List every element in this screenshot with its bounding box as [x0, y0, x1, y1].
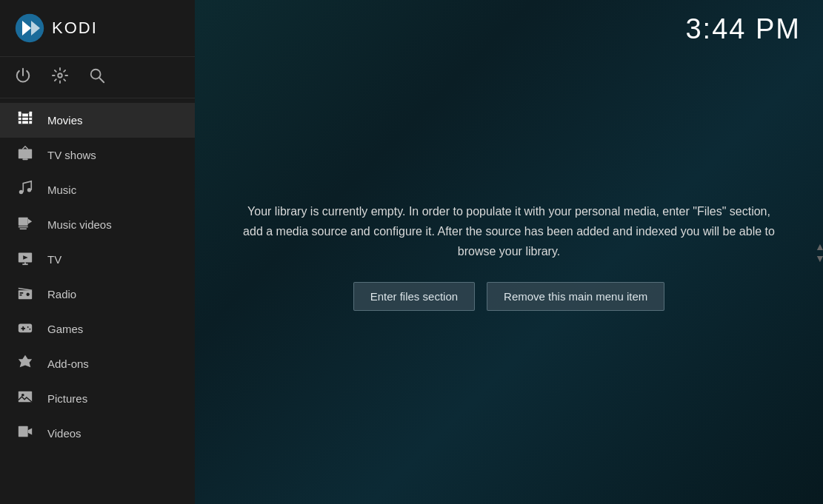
sidebar-item-music[interactable]: Music	[0, 172, 195, 207]
sidebar-item-tv-label: TV	[47, 253, 61, 266]
music-icon	[15, 180, 36, 200]
sidebar-item-addons[interactable]: Add-ons	[0, 346, 195, 381]
sidebar-item-games-label: Games	[47, 323, 83, 335]
svg-marker-38	[28, 428, 32, 434]
svg-point-36	[21, 394, 24, 397]
sidebar-item-musicvideos[interactable]: Music videos	[0, 207, 195, 242]
sidebar-item-pictures[interactable]: Pictures	[0, 381, 195, 416]
power-icon[interactable]	[15, 67, 31, 87]
svg-point-16	[27, 188, 32, 192]
sidebar-item-pictures-label: Pictures	[47, 392, 87, 405]
svg-point-33	[27, 326, 29, 328]
scroll-indicator: ▲ ▼	[817, 241, 823, 263]
search-icon[interactable]	[89, 67, 105, 87]
sidebar: KODI	[0, 0, 195, 504]
sidebar-item-tv[interactable]: TV	[0, 242, 195, 277]
svg-point-26	[26, 292, 30, 297]
svg-rect-37	[19, 426, 28, 437]
sidebar-item-games[interactable]: Games	[0, 312, 195, 346]
svg-rect-6	[19, 114, 32, 124]
svg-line-5	[99, 78, 104, 82]
livetv-icon	[15, 249, 36, 269]
button-row: Enter files section Remove this main men…	[353, 282, 665, 311]
sidebar-controls	[0, 57, 195, 98]
svg-rect-11	[19, 112, 21, 115]
sidebar-item-musicvideos-label: Music videos	[47, 218, 112, 231]
main-content: 3:44 PM Your library is currently empty.…	[195, 0, 823, 504]
svg-rect-17	[19, 218, 28, 226]
sidebar-item-radio-label: Radio	[47, 288, 76, 300]
svg-point-15	[19, 190, 24, 195]
sidebar-item-radio[interactable]: Radio	[0, 277, 195, 312]
svg-marker-18	[28, 219, 32, 224]
svg-line-27	[19, 289, 32, 291]
remove-menu-item-button[interactable]: Remove this main menu item	[487, 282, 664, 311]
sidebar-item-movies[interactable]: Movies	[0, 103, 195, 138]
sidebar-item-tvshows-label: TV shows	[47, 149, 96, 161]
clock: 3:44 PM	[685, 13, 801, 45]
svg-rect-12	[30, 112, 33, 115]
content-area: Your library is currently empty. In orde…	[195, 53, 823, 504]
svg-rect-13	[19, 149, 32, 159]
svg-point-3	[58, 73, 62, 78]
sidebar-item-tvshows[interactable]: TV shows	[0, 138, 195, 172]
movies-icon	[15, 110, 36, 130]
settings-icon[interactable]	[52, 67, 68, 87]
scroll-arrow-up: ▲	[815, 241, 823, 252]
videos-icon	[15, 423, 36, 443]
sidebar-item-videos[interactable]: Videos	[0, 416, 195, 451]
games-icon	[15, 319, 36, 339]
svg-rect-29	[20, 295, 22, 296]
svg-rect-28	[20, 292, 24, 294]
sidebar-item-movies-label: Movies	[47, 114, 83, 127]
topbar: 3:44 PM	[195, 0, 823, 53]
tvshows-icon	[15, 145, 36, 165]
svg-point-34	[30, 329, 31, 330]
svg-rect-14	[22, 158, 27, 160]
app-title: KODI	[52, 19, 98, 38]
sidebar-nav: Movies TV shows Music	[0, 98, 195, 504]
sidebar-item-videos-label: Videos	[47, 427, 81, 440]
sidebar-header: KODI	[0, 0, 195, 57]
radio-icon	[15, 284, 36, 304]
musicvideos-icon	[15, 215, 36, 235]
sidebar-item-addons-label: Add-ons	[47, 357, 89, 370]
sidebar-item-music-label: Music	[47, 184, 76, 196]
library-message: Your library is currently empty. In orde…	[239, 201, 779, 262]
addons-icon	[15, 354, 36, 374]
scroll-arrow-down: ▼	[815, 253, 823, 263]
pictures-icon	[15, 389, 36, 409]
enter-files-button[interactable]: Enter files section	[353, 282, 475, 311]
kodi-logo	[15, 13, 44, 43]
